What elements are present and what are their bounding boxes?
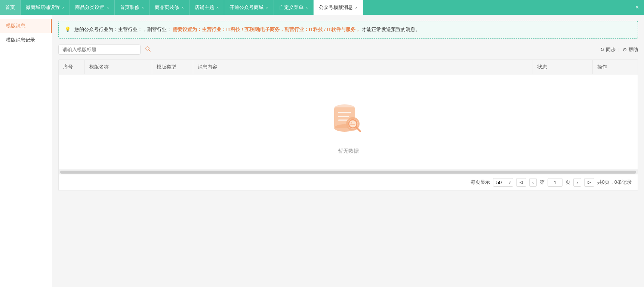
table-header-actions: 操作: [593, 60, 638, 74]
page-number-input[interactable]: [548, 178, 563, 187]
tab-close-icon-open-mall[interactable]: ×: [266, 5, 268, 10]
sync-button[interactable]: ↻ 同步: [600, 46, 616, 53]
close-all-tabs-button[interactable]: ×: [630, 4, 644, 11]
notice-box: 💡 您的公众号行业为：主营行业：，副营行业： 需要设置为：主营行业：IT科技 /…: [58, 21, 638, 39]
search-left: [58, 45, 152, 55]
search-bar: ↻ 同步 | ⊙ 帮助: [58, 45, 638, 55]
empty-text: 暂无数据: [338, 148, 359, 155]
scrollbar-thumb[interactable]: [60, 171, 636, 174]
table-header-content: 消息内容: [193, 60, 533, 74]
tab-close-icon-custom-menu[interactable]: ×: [306, 5, 308, 10]
total-info: 共0页，0条记录: [597, 179, 632, 186]
next-page-button[interactable]: ›: [573, 178, 581, 187]
notice-suffix: 才能正常发送预置的消息。: [362, 27, 420, 32]
tab-open-mall[interactable]: 开通公众号商城×: [224, 0, 274, 15]
page-size-select[interactable]: 50 10 20 100: [493, 178, 513, 187]
help-icon: ⊙: [623, 47, 627, 52]
notice-highlight: 需要设置为：主营行业：IT科技 / 互联网|电子商务，副营行业：IT科技 / I…: [173, 27, 360, 32]
tab-home[interactable]: 首页: [0, 0, 21, 15]
svg-line-1: [149, 50, 150, 51]
tab-product-deco[interactable]: 商品页装修×: [150, 0, 189, 15]
tab-close-icon-shop-theme[interactable]: ×: [216, 5, 219, 10]
sync-label: 同步: [606, 46, 616, 53]
page-size-label: 每页显示: [471, 179, 490, 186]
table-header-type: 模版类型: [152, 60, 193, 74]
horizontal-scrollbar[interactable]: [59, 170, 638, 174]
search-button[interactable]: [144, 45, 152, 55]
tab-close-icon-template-msg[interactable]: ×: [355, 5, 357, 10]
sidebar-item-template-message-log[interactable]: 模版消息记录: [0, 33, 52, 47]
table-header-index: 序号: [59, 60, 85, 74]
prev-page-button[interactable]: ‹: [529, 178, 537, 187]
last-page-button[interactable]: ⊳: [584, 178, 594, 187]
table-header-name: 模版名称: [85, 60, 152, 74]
di-label: 第: [540, 179, 545, 186]
svg-point-12: [351, 122, 352, 123]
sync-icon: ↻: [600, 47, 604, 52]
tab-homepage-deco[interactable]: 首页装修×: [115, 0, 150, 15]
empty-state: 暂无数据: [59, 74, 638, 170]
notice-icon: 💡: [65, 27, 71, 32]
tab-close-icon-category[interactable]: ×: [107, 5, 109, 10]
help-label: 帮助: [628, 46, 638, 53]
help-button[interactable]: ⊙ 帮助: [623, 46, 638, 53]
tab-close-icon-wechat-shop[interactable]: ×: [62, 5, 64, 10]
table-header: 序号模版名称模版类型消息内容状态操作: [59, 60, 638, 74]
tab-wechat-shop[interactable]: 微商城店铺设置×: [21, 0, 70, 15]
pagination: 每页显示 50 10 20 100 ⊲ ‹ 第 页 › ⊳ 共0页，0条记录: [59, 174, 638, 190]
top-navigation: 首页微商城店铺设置×商品分类设置×首页装修×商品页装修×店铺主题×开通公众号商城…: [0, 0, 644, 15]
content-area: 💡 您的公众号行业为：主营行业：，副营行业： 需要设置为：主营行业：IT科技 /…: [52, 15, 644, 287]
page-unit: 页: [566, 179, 570, 186]
first-page-button[interactable]: ⊲: [516, 178, 526, 187]
notice-prefix: 您的公众号行业为：主营行业：，副营行业：: [74, 27, 172, 32]
sidebar: 模版消息模版消息记录: [0, 15, 52, 287]
tab-template-msg[interactable]: 公众号模版消息×: [314, 0, 363, 15]
tab-close-icon-product-deco[interactable]: ×: [181, 5, 184, 10]
search-right: ↻ 同步 | ⊙ 帮助: [600, 46, 638, 53]
main-layout: 模版消息模版消息记录 💡 您的公众号行业为：主营行业：，副营行业： 需要设置为：…: [0, 15, 644, 287]
tab-custom-menu[interactable]: 自定义菜单×: [274, 0, 314, 15]
table-header-status: 状态: [533, 60, 593, 74]
search-input[interactable]: [58, 45, 141, 55]
sidebar-item-template-message[interactable]: 模版消息: [0, 19, 52, 33]
tab-shop-theme[interactable]: 店铺主题×: [189, 0, 224, 15]
data-table: 序号模版名称模版类型消息内容状态操作: [58, 59, 638, 191]
tab-category[interactable]: 商品分类设置×: [70, 0, 114, 15]
empty-icon: [326, 97, 371, 142]
tab-close-icon-homepage-deco[interactable]: ×: [142, 5, 144, 10]
page-size-wrapper: 50 10 20 100: [493, 178, 513, 187]
divider: |: [619, 47, 620, 52]
